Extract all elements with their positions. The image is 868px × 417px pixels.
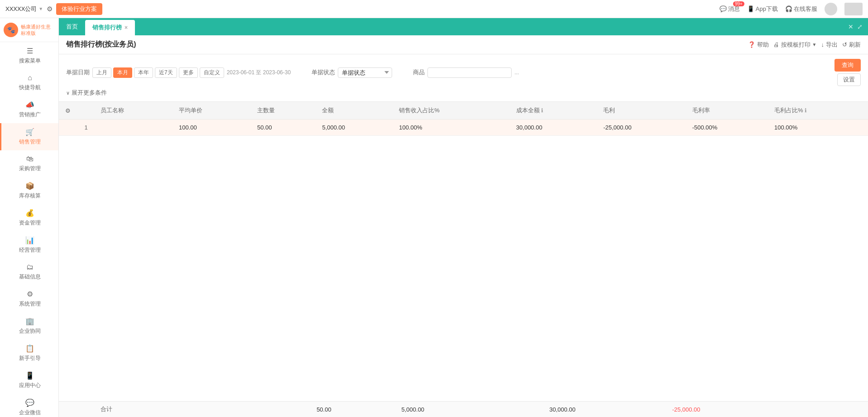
col-cost: 成本全额 ℹ <box>511 102 598 120</box>
sidebar-item-label: 销售管理 <box>19 138 41 146</box>
finance-icon: 💰 <box>25 209 34 217</box>
chevron-down-icon: ▼ <box>38 6 43 11</box>
col-amount: 全额 <box>317 102 393 120</box>
sidebar-item-shortcut[interactable]: ⌂ 快捷导航 <box>0 69 58 96</box>
settings-icon[interactable]: ⚙ <box>47 5 53 13</box>
sidebar-item-label: 经营管理 <box>19 246 41 254</box>
data-table: ⚙ 员工名称 平均单价 主数量 <box>59 102 868 136</box>
company-name: XXXXX公司 <box>5 5 37 13</box>
date-btn-this-month[interactable]: 本月 <box>113 67 132 78</box>
sidebar-item-finance[interactable]: 💰 资金管理 <box>0 204 58 231</box>
footer-row: 合计 50.00 5,000.00 30,000.00 -25,000.00 <box>59 402 868 417</box>
row-gross-rate: -500.00% <box>687 120 769 136</box>
chevron-down-icon: ∨ <box>66 90 70 96</box>
trial-button[interactable]: 体验行业方案 <box>56 3 102 15</box>
app-download-button[interactable]: 📱 App下载 <box>747 5 778 13</box>
sidebar-item-label: 资金管理 <box>19 219 41 227</box>
sidebar-item-label: 库存核算 <box>19 192 41 200</box>
status-select[interactable]: 单据状态 <box>338 67 392 78</box>
inventory-icon: 📦 <box>25 182 34 190</box>
table-footer: 合计 50.00 5,000.00 30,000.00 -25,000.00 <box>59 401 868 417</box>
tab-sales-rank[interactable]: 销售排行榜 × <box>85 20 135 35</box>
sidebar-item-marketing[interactable]: 📣 营销推广 <box>0 96 58 123</box>
row-qty: 50.00 <box>252 120 317 136</box>
sidebar-item-enterprise[interactable]: 🏢 企业协同 <box>0 312 58 340</box>
company-selector[interactable]: XXXXX公司 ▼ <box>5 5 43 13</box>
sidebar-logo: 🐾 畅康通好生意 标准版 <box>0 18 58 42</box>
sidebar-item-basic[interactable]: 🗂 基础信息 <box>0 259 58 285</box>
goods-input[interactable] <box>427 67 512 78</box>
sidebar-item-guide[interactable]: 📋 新手引导 <box>0 340 58 367</box>
expand-label: 展开更多条件 <box>72 89 107 97</box>
maximize-icon[interactable]: ⤢ <box>857 23 863 30</box>
footer-sales-pct-spacer <box>508 402 544 417</box>
goods-filter-label: 商品 <box>413 68 425 77</box>
print-icon: 🖨 <box>773 41 779 48</box>
date-filter-label: 单据日期 <box>66 68 90 77</box>
tab-bar: 首页 销售排行榜 × ✕ ⤢ <box>59 18 868 35</box>
footer-gross-pct-spacer <box>832 402 868 417</box>
col-name: 员工名称 <box>95 102 173 120</box>
close-window-icon[interactable]: ✕ <box>848 23 854 30</box>
query-button[interactable]: 查询 <box>834 59 861 72</box>
more-filters-icon[interactable]: ... <box>514 69 519 76</box>
row-gross: -25,000.00 <box>598 120 686 136</box>
sidebar: 🐾 畅康通好生意 标准版 ☰ 搜索菜单 ⌂ 快捷导航 📣 营销推广 🛒 销售 <box>0 18 59 417</box>
sidebar-item-app-center[interactable]: 📱 应用中心 <box>0 367 58 394</box>
filter-area: 单据日期 上月 本月 本年 近7天 更多 自定义 2023-06-01 至 20… <box>59 54 868 102</box>
sidebar-item-search[interactable]: ☰ 搜索菜单 <box>0 42 58 69</box>
date-btn-7days[interactable]: 近7天 <box>155 67 177 78</box>
app-center-icon: 📱 <box>25 371 34 380</box>
sidebar-item-system[interactable]: ⚙ 系统管理 <box>0 285 58 312</box>
footer-qty: 50.00 <box>311 402 396 417</box>
tab-active-label: 销售排行榜 <box>92 24 122 32</box>
date-btn-more[interactable]: 更多 <box>179 67 198 78</box>
export-button[interactable]: ↓ 导出 <box>821 41 838 49</box>
print-button[interactable]: 🖨 按模板打印 ▼ <box>773 41 817 49</box>
headset-icon: 🎧 <box>785 5 792 12</box>
page-title: 销售排行榜(按业务员) <box>66 40 136 54</box>
sidebar-item-label: 快捷导航 <box>19 84 41 91</box>
sidebar-item-wechat[interactable]: 💬 企业微信 <box>0 394 58 417</box>
date-btn-custom[interactable]: 自定义 <box>200 67 224 78</box>
online-service-label: 在线客服 <box>794 5 817 13</box>
sidebar-item-operation[interactable]: 📊 经营管理 <box>0 231 58 259</box>
sidebar-item-sales[interactable]: 🛒 销售管理 <box>0 123 58 150</box>
row-avg-price: 100.00 <box>173 120 252 136</box>
search-menu-icon: ☰ <box>27 47 33 55</box>
sidebar-item-purchase[interactable]: 🛍 采购管理 <box>0 150 58 177</box>
col-settings[interactable]: ⚙ <box>59 102 77 120</box>
footer-label: 合计 <box>95 402 275 417</box>
operation-icon: 📊 <box>25 236 34 244</box>
date-btn-last-month[interactable]: 上月 <box>92 67 111 78</box>
table-row: 1 100.00 50.00 5,000.00 100.00% 30,000.0… <box>59 120 868 136</box>
avatar[interactable] <box>825 3 837 15</box>
guide-icon: 📋 <box>25 344 34 353</box>
footer-spacer <box>59 402 77 417</box>
date-btn-this-year[interactable]: 本年 <box>134 67 153 78</box>
settings-button[interactable]: 设置 <box>837 73 861 86</box>
expand-more-button[interactable]: ∨ 展开更多条件 <box>66 89 861 97</box>
tab-close-icon[interactable]: × <box>125 24 128 31</box>
enterprise-icon: 🏢 <box>25 317 34 326</box>
date-buttons: 上月 本月 本年 近7天 更多 自定义 <box>92 67 224 78</box>
phone-icon: 📱 <box>747 5 754 12</box>
row-sales-pct: 100.00% <box>393 120 511 136</box>
footer-gross-rate-spacer <box>796 402 832 417</box>
footer-rank-spacer <box>77 402 95 417</box>
online-service-button[interactable]: 🎧 在线客服 <box>785 5 817 13</box>
col-avg-price: 平均单价 <box>173 102 252 120</box>
help-button[interactable]: ❓ 帮助 <box>748 41 769 49</box>
gross-pct-info-icon[interactable]: ℹ <box>805 107 807 114</box>
goods-filter: 商品 ... <box>413 67 519 78</box>
cost-info-icon[interactable]: ℹ <box>541 107 543 114</box>
sidebar-item-label: 新手引导 <box>19 355 41 362</box>
row-settings <box>59 120 77 136</box>
refresh-button[interactable]: ↺ 刷新 <box>842 41 861 49</box>
sidebar-item-inventory[interactable]: 📦 库存核算 <box>0 177 58 204</box>
sidebar-item-label: 采购管理 <box>19 165 41 173</box>
sidebar-item-label: 营销推广 <box>19 111 41 119</box>
tab-home[interactable]: 首页 <box>59 18 85 35</box>
message-button[interactable]: 💬 消息 99+ <box>719 5 740 13</box>
footer-gross: -25,000.00 <box>667 402 796 417</box>
